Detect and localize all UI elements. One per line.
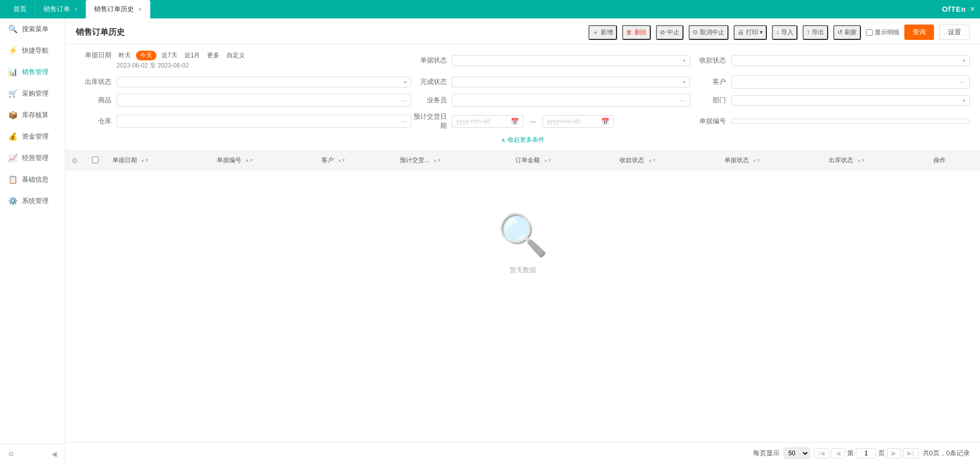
sidebar-item-base-info[interactable]: 📋 基础信息 [0,169,65,190]
cancel-stop-button[interactable]: ⊙ 取消中止 [689,25,728,40]
search-menu-icon: 🔍 [8,25,18,34]
sidebar-item-label-sales-mgmt: 销售管理 [22,68,49,77]
col-payment-sort-icon[interactable]: ▲▼ [648,158,656,163]
total-records-text: 共0页，0条记录 [923,449,970,458]
col-action: 操作 [927,151,980,170]
stop-icon: ⊘ [660,29,665,36]
tab-sales-order-history[interactable]: 销售订单历史 × [86,0,150,18]
table-select-all-checkbox[interactable] [92,157,99,163]
sidebar-item-finance[interactable]: 💰 资金管理 [0,126,65,147]
payment-status-label: 收款状态 [690,56,731,65]
sidebar-item-sales-mgmt[interactable]: 📊 销售管理 [0,61,65,83]
page-prev-button[interactable]: ◀ [831,448,845,458]
product-input[interactable]: ··· [117,94,411,107]
display-detail-label: 显示明细 [875,28,899,37]
window-close-button[interactable]: × [970,5,975,14]
sidebar-item-label-finance: 资金管理 [22,132,49,141]
print-button[interactable]: 🖨 打印 ▾ [734,25,767,40]
filter-order-number-cell: 单据编号 [690,117,970,126]
col-order-status-sort-icon[interactable]: ▲▼ [753,158,761,163]
salesperson-input[interactable]: ··· [452,94,691,107]
page-number-input[interactable] [856,448,876,458]
delivery-date-range: yyyy-mm-dd 📅 — yyyy-mm-dd 📅 [452,115,614,128]
display-detail-checkbox[interactable] [866,29,873,36]
export-button[interactable]: ↑ 导出 [803,25,828,40]
export-icon: ↑ [807,29,810,36]
page-first-button[interactable]: |◀ [814,448,829,458]
outbound-status-select[interactable]: ▾ [117,77,411,87]
table-settings-icon[interactable]: ⚙ [72,157,78,165]
delivery-label: 预计交货日期 [411,112,452,130]
top-bar-right: OfTEn × [942,5,975,14]
system-icon: ⚙️ [8,196,18,206]
col-outbound-sort-icon[interactable]: ▲▼ [857,158,865,163]
refresh-button[interactable]: ↺ 刷新 [833,25,861,40]
delivery-end-input[interactable]: yyyy-mm-dd 📅 [542,115,614,128]
filter-complete-cell: 完成状态 ▾ [411,77,691,87]
tab-home[interactable]: 首页 [5,0,35,18]
col-customer-sort-icon[interactable]: ▲▼ [337,158,346,163]
delete-button[interactable]: 🗑 删除 [622,25,651,40]
date-filter-label: 单据日期 [76,51,117,60]
sidebar-item-label-base-info: 基础信息 [22,175,49,184]
date-quick-yesterday[interactable]: 昨天 [117,51,133,60]
sidebar-item-search-menu[interactable]: 🔍 搜索菜单 [0,18,65,40]
col-delivery-sort-icon[interactable]: ▲▼ [433,158,441,163]
filter-area: 单据日期 昨天 今天 近7天 近1月 更多 自定义 2023-06-02 至 2… [65,45,980,151]
filter-department-cell: 部门 ▾ [690,95,970,106]
complete-status-select[interactable]: ▾ [452,77,691,87]
date-filter-control: 昨天 今天 近7天 近1月 更多 自定义 2023-06-02 至 2023-0… [117,51,247,70]
date-quick-7days[interactable]: 近7天 [159,51,179,60]
date-quick-more[interactable]: 更多 [205,51,221,60]
sidebar-item-label-inventory: 库存核算 [22,111,49,120]
col-date-sort-icon[interactable]: ▲▼ [141,158,149,163]
order-number-input[interactable] [731,119,970,124]
customer-input[interactable]: ··· [731,75,970,89]
sidebar-item-purchase-mgmt[interactable]: 🛒 采购管理 [0,83,65,104]
sidebar-item-quick-nav[interactable]: ⚡ 快捷导航 [0,40,65,61]
date-quick-1month[interactable]: 近1月 [183,51,202,60]
empty-text: 暂无数据 [510,266,536,275]
new-button[interactable]: ＋ + 新增 新增 [588,25,617,40]
settings-button[interactable]: 设置 [939,25,970,40]
tab-sales-order[interactable]: 销售订单 × [35,0,86,18]
tab-sales-order-close[interactable]: × [74,6,77,12]
col-amount-sort-icon[interactable]: ▲▼ [543,158,552,163]
payment-status-select[interactable]: ▾ [731,55,970,66]
col-expected-delivery: 预计交货... ▲▼ [394,151,509,170]
col-number-sort-icon[interactable]: ▲▼ [245,158,254,163]
sidebar-item-inventory[interactable]: 📦 库存核算 [0,104,65,126]
import-icon: ↓ [776,29,779,36]
order-status-select[interactable]: ▾ [452,55,691,66]
delivery-start-input[interactable]: yyyy-mm-dd 📅 [452,115,523,128]
date-quick-custom[interactable]: 自定义 [224,51,247,60]
sidebar-collapse-icon[interactable]: ◀ [52,450,57,458]
date-quick-today[interactable]: 今天 [136,51,156,60]
col-date: 单据日期 ▲▼ [106,151,211,170]
finance-icon: 💰 [8,132,18,141]
sidebar-item-system[interactable]: ⚙️ 系统管理 [0,190,65,212]
page-next-button[interactable]: ▶ [887,448,901,458]
main-layout: 🔍 搜索菜单 ⚡ 快捷导航 📊 销售管理 🛒 采购管理 📦 库存核算 💰 资金管… [0,18,980,464]
table-settings-col: ⚙ [65,151,86,170]
per-page-select[interactable]: 10 20 50 100 [784,448,810,459]
tab-sales-order-history-close[interactable]: × [138,6,141,12]
col-order-amount: 订单金额 ▲▼ [509,151,613,170]
pagination: 每页显示 10 20 50 100 |◀ ◀ 第 页 ▶ ▶| 共0页，0条记录 [65,442,980,464]
stop-button[interactable]: ⊘ 中止 [656,25,683,40]
payment-status-arrow-icon: ▾ [963,58,965,63]
warehouse-label: 仓库 [76,117,117,126]
import-button[interactable]: ↓ 导入 [772,25,797,40]
warehouse-input[interactable]: ··· [117,115,411,128]
query-button[interactable]: 查询 [904,25,934,40]
filter-collapse-button[interactable]: ∧ 收起更多条件 [76,136,970,144]
page-last-button[interactable]: ▶| [903,448,918,458]
page-label: 第 [847,449,854,458]
sidebar-settings-icon[interactable]: ⚙ [8,450,14,458]
filter-row-1: 单据日期 昨天 今天 近7天 近1月 更多 自定义 2023-06-02 至 2… [76,51,970,70]
display-detail-control[interactable]: 显示明细 [866,28,899,37]
department-select[interactable]: ▾ [731,95,970,106]
filter-salesperson-cell: 业务员 ··· [411,94,691,107]
quick-nav-icon: ⚡ [8,46,18,55]
sidebar-item-operations[interactable]: 📈 经营管理 [0,147,65,169]
